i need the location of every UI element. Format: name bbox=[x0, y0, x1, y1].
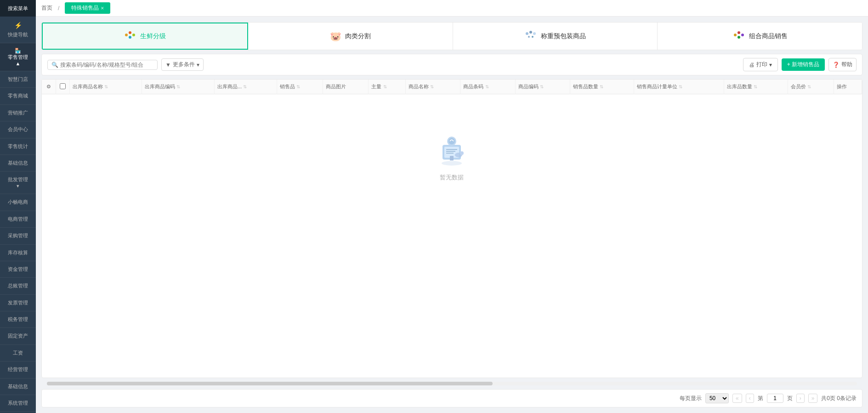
filter-icon: ▼ bbox=[165, 62, 171, 68]
cat-tab-meat-cut-label: 肉类分割 bbox=[345, 32, 371, 40]
col-sale-goods[interactable]: 销售品 ⇅ bbox=[277, 80, 323, 94]
svg-point-9 bbox=[734, 34, 737, 36]
table-container: ⚙ 出库商品名称 ⇅ 出库商品编码 ⇅ 出库商品 bbox=[41, 79, 862, 378]
sidebar-item-wholesale-mgmt[interactable]: 批发管理 ▾ bbox=[0, 172, 36, 194]
next-page-icon: › bbox=[800, 395, 801, 402]
sidebar-item-membership[interactable]: 会员中心 bbox=[0, 121, 36, 138]
sidebar-item-ops-mgmt[interactable]: 经营管理 bbox=[0, 361, 36, 378]
sort-icon: ⇅ bbox=[754, 84, 757, 89]
sidebar-item-quick-nav[interactable]: ⚡ 快捷导航 bbox=[0, 17, 36, 43]
col-sale-qty[interactable]: 销售品数量 ⇅ bbox=[570, 80, 634, 94]
sidebar-item-purchase-mgmt[interactable]: 采购管理 bbox=[0, 228, 36, 244]
sidebar-item-retail-stats[interactable]: 零售统计 bbox=[0, 138, 36, 155]
sidebar-item-label: 批发管理 bbox=[8, 176, 28, 183]
col-member-price[interactable]: 会员价 ⇅ bbox=[788, 80, 834, 94]
tab-close-icon[interactable]: × bbox=[101, 5, 104, 11]
sort-icon: ⇅ bbox=[485, 84, 489, 89]
help-button[interactable]: ❓ 帮助 bbox=[828, 58, 857, 71]
sidebar-item-label: 采购管理 bbox=[8, 232, 28, 239]
page-input[interactable] bbox=[767, 394, 783, 403]
search-box[interactable]: 🔍 bbox=[47, 60, 158, 70]
active-tab[interactable]: 特殊销售品 × bbox=[65, 2, 110, 14]
print-button[interactable]: 🖨 打印 ▾ bbox=[743, 58, 778, 71]
main-content: 首页 / 特殊销售品 × 生鲜分级 bbox=[36, 0, 868, 413]
sidebar-item-smart-store[interactable]: 智慧门店 bbox=[0, 71, 36, 88]
col-sale-unit[interactable]: 销售商品计量单位 ⇅ bbox=[634, 80, 724, 94]
cat-tab-weight-pack[interactable]: 称重预包装商品 bbox=[453, 23, 658, 50]
breadcrumb-separator: / bbox=[58, 5, 59, 11]
sidebar-item-label: 快捷导航 bbox=[8, 31, 28, 38]
sidebar-item-finance[interactable]: 资金管理 bbox=[0, 261, 36, 278]
prev-page-button[interactable]: ‹ bbox=[746, 394, 754, 403]
combo-icon bbox=[732, 30, 745, 42]
col-goods-img[interactable]: 商品图片 bbox=[323, 80, 369, 94]
sidebar-item-sys-mgmt[interactable]: 系统管理 bbox=[0, 395, 36, 412]
per-page-select[interactable]: 50 10 20 100 bbox=[705, 393, 729, 403]
sort-icon: ⇅ bbox=[600, 84, 603, 89]
svg-point-2 bbox=[132, 34, 135, 36]
sidebar-item-invoice-mgmt[interactable]: 发票管理 bbox=[0, 295, 36, 311]
scrollbar-thumb[interactable] bbox=[47, 382, 493, 385]
last-page-button[interactable]: » bbox=[808, 394, 818, 403]
new-label: + 新增销售品 bbox=[787, 61, 819, 69]
sidebar-item-sales-promo[interactable]: 营销推广 bbox=[0, 105, 36, 121]
col-weight[interactable]: 主量 ⇅ bbox=[369, 80, 406, 94]
sidebar-item-label: 零售商城 bbox=[8, 92, 28, 99]
sidebar-item-retail-mgmt[interactable]: 🏪 零售管理 ▲ bbox=[0, 43, 36, 71]
cat-tab-meat-cut[interactable]: 🐷 肉类分割 bbox=[248, 23, 453, 50]
col-checkbox[interactable] bbox=[56, 80, 69, 94]
first-page-button[interactable]: « bbox=[732, 394, 742, 403]
col-out-name[interactable]: 出库商品名称 ⇅ bbox=[69, 80, 142, 94]
sidebar-item-label: 库存核算 bbox=[8, 249, 28, 256]
svg-point-12 bbox=[738, 36, 740, 39]
sidebar-item-label: 营销推广 bbox=[8, 109, 28, 116]
cat-tab-fresh-grade-label: 生鲜分级 bbox=[140, 32, 166, 40]
filter-button[interactable]: ▼ 更多条件 ▾ bbox=[161, 58, 204, 71]
col-settings[interactable]: ⚙ bbox=[42, 80, 56, 94]
sidebar-item-retail-mall[interactable]: 零售商城 bbox=[0, 88, 36, 104]
sidebar-item-ledger[interactable]: 总账管理 bbox=[0, 278, 36, 294]
new-button[interactable]: + 新增销售品 bbox=[782, 58, 825, 71]
search-input[interactable] bbox=[60, 62, 153, 68]
table-body: 暂无数据 bbox=[42, 94, 862, 219]
sidebar-item-tax[interactable]: 税务管理 bbox=[0, 311, 36, 328]
quick-nav-icon: ⚡ bbox=[14, 21, 22, 30]
sidebar-item-label: 基础信息 bbox=[8, 383, 28, 390]
sidebar-item-ecom-mgmt[interactable]: 电商管理 bbox=[0, 211, 36, 228]
sidebar-item-basic-info2[interactable]: 基础信息 bbox=[0, 379, 36, 395]
next-page-button[interactable]: › bbox=[796, 394, 805, 403]
sidebar-item-label: 发票管理 bbox=[8, 299, 28, 306]
horizontal-scrollbar[interactable] bbox=[47, 382, 857, 385]
sort-icon: ⇅ bbox=[176, 84, 180, 89]
col-out-qty[interactable]: 出库品数量 ⇅ bbox=[724, 80, 788, 94]
sidebar-item-basic-info[interactable]: 基础信息 bbox=[0, 155, 36, 172]
breadcrumb-home[interactable]: 首页 bbox=[41, 4, 52, 12]
select-all-checkbox[interactable] bbox=[60, 83, 66, 89]
svg-point-6 bbox=[533, 32, 536, 35]
sidebar-item-payroll[interactable]: 工资 bbox=[0, 345, 36, 361]
sidebar-item-inventory[interactable]: 库存核算 bbox=[0, 245, 36, 261]
expand-icon: ▾ bbox=[17, 183, 19, 189]
prev-page-icon: ‹ bbox=[749, 395, 751, 402]
col-out-spec[interactable]: 出库商品... ⇅ bbox=[215, 80, 277, 94]
help-label: 帮助 bbox=[841, 61, 852, 69]
sidebar-logo[interactable]: 搜索菜单 bbox=[0, 0, 36, 17]
sidebar-item-fixed-assets[interactable]: 固定资产 bbox=[0, 328, 36, 344]
svg-point-7 bbox=[528, 36, 530, 38]
svg-rect-18 bbox=[450, 156, 454, 161]
col-goods-code[interactable]: 商品编码 ⇅ bbox=[515, 80, 570, 94]
sidebar-item-label: 总账管理 bbox=[8, 282, 28, 289]
sort-icon: ⇅ bbox=[104, 84, 108, 89]
col-goods-barcode[interactable]: 商品条码 ⇅ bbox=[460, 80, 515, 94]
sidebar-item-mini-ecom[interactable]: 小畅电商 bbox=[0, 194, 36, 211]
cat-tab-combo-label: 组合商品销售 bbox=[749, 32, 788, 40]
cat-tab-fresh-grade[interactable]: 生鲜分级 bbox=[42, 23, 248, 50]
svg-point-8 bbox=[532, 36, 533, 38]
col-goods-name[interactable]: 商品名称 ⇅ bbox=[406, 80, 460, 94]
cat-tab-combo[interactable]: 组合商品销售 bbox=[658, 23, 862, 50]
page-wrapper: 生鲜分级 🐷 肉类分割 称重预包装商品 bbox=[36, 17, 868, 413]
retail-mgmt-icon: 🏪 bbox=[15, 48, 21, 54]
toolbar: 🔍 ▼ 更多条件 ▾ 🖨 打印 ▾ + 新增销售品 bbox=[41, 54, 862, 75]
col-out-code[interactable]: 出库商品编码 ⇅ bbox=[142, 80, 215, 94]
sidebar-item-label: 小畅电商 bbox=[8, 199, 28, 206]
